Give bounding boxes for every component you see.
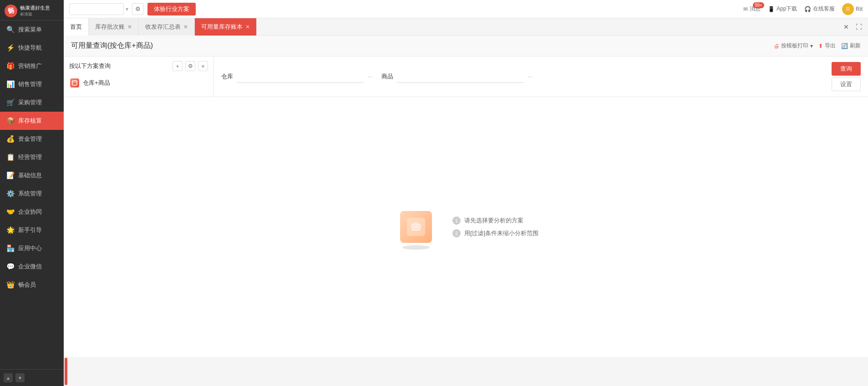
manage-scheme-button[interactable]: ⚙ [185, 61, 195, 71]
tab-home-label: 首页 [70, 23, 82, 31]
add-scheme-button[interactable]: ＋ [173, 61, 183, 71]
industry-solution-button[interactable]: 体验行业方案 [147, 3, 196, 15]
sidebar-item-newbie[interactable]: 🌟 新手引导 [0, 221, 64, 239]
app-name: 畅康通好生意 [20, 5, 50, 11]
hint-num-1: 1 [452, 216, 461, 225]
header-actions: 🖨 按模板打印 ▾ ⬆ 导出 🔄 刷新 [774, 42, 861, 50]
empty-illustration [393, 204, 439, 250]
export-button[interactable]: ⬆ 导出 [818, 42, 836, 50]
tab-home[interactable]: 首页 [64, 18, 89, 36]
user-profile[interactable]: R Rit [842, 3, 863, 15]
sidebar-item-wechat[interactable]: 💬 企业微信 [0, 257, 64, 276]
settings-icon[interactable]: ⚙ [132, 3, 144, 15]
empty-shadow [402, 245, 430, 250]
query-schemes-panel: 按以下方案查询 ＋ ⚙ « 仓库+商品 [64, 57, 214, 97]
sidebar-item-label: 营销推广 [18, 62, 42, 70]
query-area: 按以下方案查询 ＋ ⚙ « 仓库+商品 [64, 57, 868, 97]
tab-receipt-summary[interactable]: 收发存汇总表 ✕ [139, 18, 195, 36]
sidebar-item-search[interactable]: 🔍 搜索菜单 [0, 21, 64, 39]
app-download-button[interactable]: 📱 App下载 [768, 5, 797, 13]
tab-available-ledger-close-icon[interactable]: ✕ [245, 24, 250, 30]
sidebar-item-label: 采购管理 [18, 98, 42, 107]
sidebar-item-label: 企业协同 [18, 208, 42, 216]
tabs-window-controls: ✕ ⛶ [837, 21, 868, 32]
goods-input[interactable] [397, 70, 524, 83]
warehouse-input[interactable] [237, 70, 364, 83]
print-button[interactable]: 🖨 按模板打印 ▾ [774, 42, 813, 50]
print-icon: 🖨 [774, 43, 779, 49]
clipboard-icon: 📋 [6, 153, 15, 161]
search-icon: 🔍 [6, 26, 15, 34]
sidebar-item-shortcut[interactable]: ⚡ 快捷导航 [0, 39, 64, 57]
hint-item-2: 2 用[过滤]条件来缩小分析范围 [452, 229, 538, 237]
hint-text-2: 用[过滤]条件来缩小分析范围 [464, 229, 538, 237]
sidebar-item-purchase[interactable]: 🛒 采购管理 [0, 93, 64, 112]
collapse-panel-button[interactable]: « [198, 61, 208, 71]
sidebar-item-corp[interactable]: 🤝 企业协同 [0, 203, 64, 221]
dropdown-arrow-icon[interactable]: ▾ [126, 6, 128, 12]
money-icon: 💰 [6, 135, 15, 143]
phone-icon: 📱 [768, 6, 775, 12]
message-button[interactable]: ✉ 消息 99+ [743, 5, 761, 13]
scroll-up-btn[interactable]: ▲ [4, 373, 13, 382]
settings-button[interactable]: 设置 [832, 77, 861, 91]
tab-available-ledger[interactable]: 可用量库存账本 ✕ [195, 18, 257, 36]
cart-icon: 🛒 [6, 98, 15, 107]
content-header: 可用量查询(按仓库+商品) 🖨 按模板打印 ▾ ⬆ 导出 🔄 刷新 [64, 36, 868, 57]
warehouse-label: 仓库 [221, 72, 233, 81]
sidebar-item-inventory[interactable]: 📦 库存核算 [0, 112, 64, 130]
svg-rect-0 [72, 81, 77, 85]
gift-icon: 🎁 [6, 62, 15, 70]
sidebar-item-appstore[interactable]: 🏪 应用中心 [0, 239, 64, 257]
print-label: 按模板打印 [781, 42, 808, 50]
scheme-warehouse-goods[interactable]: 仓库+商品 [64, 75, 213, 91]
tabs-bar: 首页 库存批次账 ✕ 收发存汇总表 ✕ 可用量库存账本 ✕ ✕ ⛶ [64, 18, 868, 36]
sidebar-item-finance[interactable]: 💰 资金管理 [0, 130, 64, 148]
app-edition: 标准版 [20, 11, 50, 17]
print-dropdown-icon: ▾ [810, 43, 813, 49]
empty-box [400, 211, 432, 243]
sidebar-logo: 畅 畅康通好生意 标准版 [0, 0, 64, 21]
box-icon: 📦 [6, 117, 15, 125]
app-logo-icon: 畅 [5, 5, 17, 17]
username: Rit [856, 6, 863, 12]
tab-receipt-summary-label: 收发存汇总表 [145, 23, 181, 31]
refresh-button[interactable]: 🔄 刷新 [841, 42, 861, 50]
sidebar-item-label: 库存核算 [18, 117, 42, 125]
scrollbar-thumb[interactable] [65, 358, 67, 385]
tab-batch-ledger[interactable]: 库存批次账 ✕ [89, 18, 139, 36]
hint-num-2: 2 [452, 229, 461, 237]
sidebar-item-label: 快捷导航 [18, 44, 42, 52]
sidebar-item-basic[interactable]: 📝 基础信息 [0, 166, 64, 185]
handshake-icon: 🤝 [6, 208, 15, 216]
sidebar-bottom: ▲ ▼ [0, 369, 64, 386]
warehouse-more-icon[interactable]: ··· [368, 73, 372, 80]
query-schemes-header: 按以下方案查询 ＋ ⚙ « [64, 61, 213, 75]
hint-text-1: 请先选择要分析的方案 [464, 216, 523, 225]
search-input[interactable] [69, 3, 124, 15]
tab-batch-ledger-close-icon[interactable]: ✕ [127, 24, 132, 30]
sidebar-item-label: 销售管理 [18, 80, 42, 88]
sidebar-item-sales[interactable]: 📊 销售管理 [0, 75, 64, 93]
sidebar: 畅 畅康通好生意 标准版 🔍 搜索菜单 ⚡ 快捷导航 🎁 营销推广 📊 销售管理… [0, 0, 64, 386]
sidebar-item-member[interactable]: 👑 畅会员 [0, 276, 64, 294]
online-service-button[interactable]: 🎧 在线客服 [804, 5, 835, 13]
goods-field: 商品 ··· [381, 70, 533, 83]
tab-receipt-summary-close-icon[interactable]: ✕ [183, 24, 188, 30]
headset-icon: 🎧 [804, 6, 811, 12]
empty-hint: 1 请先选择要分析的方案 2 用[过滤]条件来缩小分析范围 [452, 216, 538, 237]
topbar-right: ✉ 消息 99+ 📱 App下载 🎧 在线客服 R Rit [743, 3, 863, 15]
sidebar-item-operation[interactable]: 📋 经营管理 [0, 148, 64, 166]
sidebar-item-system[interactable]: ⚙️ 系统管理 [0, 185, 64, 203]
tab-batch-ledger-label: 库存批次账 [95, 23, 125, 31]
app-name-block: 畅康通好生意 标准版 [20, 5, 50, 17]
note-icon: 📝 [6, 171, 15, 180]
goods-more-icon[interactable]: ··· [528, 73, 533, 80]
query-button[interactable]: 查询 [832, 62, 861, 76]
page-content: 可用量查询(按仓库+商品) 🖨 按模板打印 ▾ ⬆ 导出 🔄 刷新 [64, 36, 868, 357]
sidebar-item-marketing[interactable]: 🎁 营销推广 [0, 57, 64, 75]
close-window-button[interactable]: ✕ [841, 21, 852, 32]
expand-window-button[interactable]: ⛶ [853, 21, 864, 32]
gear-icon: ⚙️ [6, 190, 15, 198]
scroll-down-btn[interactable]: ▼ [15, 373, 25, 382]
